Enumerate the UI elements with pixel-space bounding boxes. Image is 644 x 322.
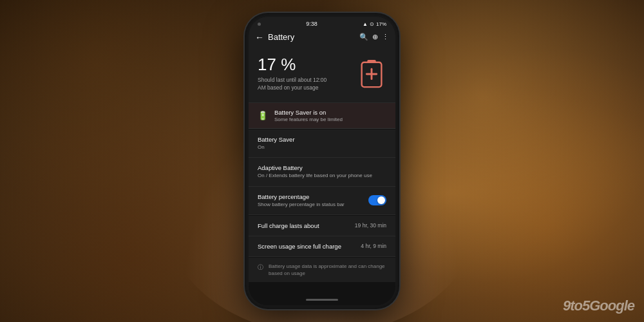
banner-title: Battery Saver is on: [274, 109, 343, 116]
banner-subtitle: Some features may be limited: [274, 117, 343, 122]
full-charge-row: Full charge lasts about 19 hr, 30 min: [249, 216, 395, 236]
toolbar-actions: 🔍 ⊕ ⋮: [359, 33, 389, 41]
battery-status-percent: 17%: [376, 21, 386, 27]
settings-section: Battery Saver On Adaptive Battery On / E…: [249, 129, 395, 214]
battery-info: 17 % Should last until about 12:00 AM ba…: [258, 55, 357, 92]
battery-percentage-display: 17 %: [258, 55, 357, 75]
info-icon[interactable]: ⊕: [372, 33, 378, 41]
divider-1: [249, 214, 395, 215]
page-title: Battery: [268, 32, 355, 42]
home-bar: [249, 294, 395, 305]
battery-icon-wrap: [357, 57, 386, 90]
battery-saver-sub: On: [258, 144, 295, 151]
battery-saver-title: Battery Saver: [258, 136, 295, 143]
toolbar: ← Battery 🔍 ⊕ ⋮: [249, 28, 395, 46]
battery-percentage-title: Battery percentage: [258, 193, 345, 200]
full-charge-value: 19 hr, 30 min: [355, 222, 386, 229]
screen-usage-value: 4 hr, 9 min: [361, 243, 386, 249]
battery-percentage-row[interactable]: Battery percentage Show battery percenta…: [249, 187, 395, 214]
battery-percentage-toggle[interactable]: [368, 195, 386, 205]
wifi-icon: ⊙: [370, 21, 374, 27]
status-time: 9:38: [306, 21, 317, 27]
screen: 9:38 ▲ ⊙ 17% ← Battery 🔍 ⊕ ⋮: [249, 17, 395, 305]
signal-icon: ▲: [363, 21, 368, 27]
battery-icon: [359, 58, 384, 89]
usage-section: Full charge lasts about 19 hr, 30 min Sc…: [249, 216, 395, 256]
front-camera-dot: [258, 23, 261, 26]
search-icon[interactable]: 🔍: [359, 33, 368, 41]
battery-card: 17 % Should last until about 12:00 AM ba…: [249, 46, 395, 103]
content-area: 17 % Should last until about 12:00 AM ba…: [249, 46, 395, 294]
battery-description: Should last until about 12:00 AM based o…: [258, 77, 328, 92]
status-icons: ▲ ⊙ 17%: [363, 21, 386, 27]
adaptive-battery-sub: On / Extends battery life based on your …: [258, 173, 372, 179]
watermark: 9to5Google: [563, 298, 634, 314]
battery-saver-banner[interactable]: 🔋 Battery Saver is on Some features may …: [249, 103, 395, 129]
full-charge-label: Full charge lasts about: [258, 222, 319, 229]
svg-rect-1: [367, 60, 375, 63]
divider-2: [249, 256, 395, 257]
status-bar: 9:38 ▲ ⊙ 17%: [249, 17, 395, 28]
adaptive-battery-row[interactable]: Adaptive Battery On / Extends battery li…: [249, 158, 395, 186]
battery-saver-icon: 🔋: [258, 111, 268, 120]
back-button[interactable]: ←: [255, 33, 264, 42]
info-footer: ⓘ Battery usage data is approximate and …: [249, 258, 395, 282]
home-pill: [306, 299, 338, 301]
screen-usage-row: Screen usage since full charge 4 hr, 9 m…: [249, 236, 395, 256]
phone: 9:38 ▲ ⊙ 17% ← Battery 🔍 ⊕ ⋮: [245, 13, 399, 309]
battery-percentage-sub: Show battery percentage in status bar: [258, 202, 345, 208]
screen-usage-label: Screen usage since full charge: [258, 243, 341, 250]
scene: 9:38 ▲ ⊙ 17% ← Battery 🔍 ⊕ ⋮: [0, 0, 644, 322]
banner-text: Battery Saver is on Some features may be…: [274, 109, 343, 122]
battery-saver-row[interactable]: Battery Saver On: [249, 129, 395, 158]
info-footer-icon: ⓘ: [258, 263, 263, 272]
info-footer-text: Battery usage data is approximate and ca…: [269, 263, 386, 277]
adaptive-battery-title: Adaptive Battery: [258, 164, 372, 171]
more-options-icon[interactable]: ⋮: [382, 33, 389, 41]
